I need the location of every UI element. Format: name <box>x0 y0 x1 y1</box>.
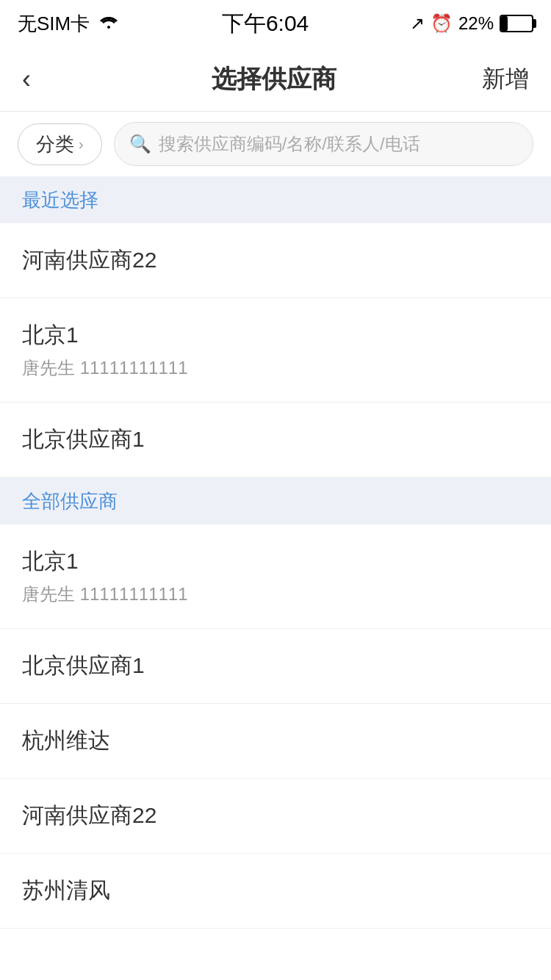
battery-percentage: 22% <box>458 13 494 34</box>
search-box[interactable]: 🔍 搜索供应商编码/名称/联系人/电话 <box>114 122 533 166</box>
wifi-icon <box>97 12 120 35</box>
item-name: 河南供应商22 <box>22 801 529 831</box>
page-title: 选择供应商 <box>212 62 336 96</box>
item-name: 北京供应商1 <box>22 651 529 681</box>
list-item[interactable]: 杭州维达 <box>0 704 551 779</box>
back-button[interactable]: ‹ <box>22 64 66 95</box>
sim-status: 无SIM卡 <box>18 11 90 37</box>
alarm-icon: ⏰ <box>431 13 453 34</box>
item-name: 杭州维达 <box>22 726 529 756</box>
item-name: 北京供应商1 <box>22 425 529 455</box>
category-label: 分类 <box>36 131 74 157</box>
list-item[interactable]: 河南供应商22 <box>0 779 551 854</box>
recent-section-label: 最近选择 <box>22 187 98 213</box>
all-list: 北京1唐先生 11111111111北京供应商1杭州维达河南供应商22苏州清风 <box>0 525 551 929</box>
search-placeholder: 搜索供应商编码/名称/联系人/电话 <box>159 132 420 156</box>
list-item[interactable]: 苏州清风 <box>0 854 551 929</box>
status-time: 下午6:04 <box>222 9 309 39</box>
location-icon: ↗ <box>410 13 425 34</box>
battery-icon <box>500 15 533 32</box>
list-item[interactable]: 北京1唐先生 11111111111 <box>0 298 551 403</box>
status-left: 无SIM卡 <box>18 11 120 37</box>
filter-bar: 分类 › 🔍 搜索供应商编码/名称/联系人/电话 <box>0 112 551 176</box>
item-name: 河南供应商22 <box>22 245 529 275</box>
all-section-label: 全部供应商 <box>22 489 118 514</box>
recent-list: 河南供应商22北京1唐先生 11111111111北京供应商1 <box>0 223 551 478</box>
all-section-header: 全部供应商 <box>0 478 551 525</box>
recent-section-header: 最近选择 <box>0 176 551 223</box>
status-bar: 无SIM卡 下午6:04 ↗ ⏰ 22% <box>0 0 551 47</box>
item-subtitle: 唐先生 11111111111 <box>22 356 529 380</box>
item-subtitle: 唐先生 11111111111 <box>22 583 529 606</box>
item-name: 苏州清风 <box>22 876 529 906</box>
list-item[interactable]: 河南供应商22 <box>0 223 551 298</box>
list-item[interactable]: 北京供应商1 <box>0 403 551 478</box>
list-item[interactable]: 北京1唐先生 11111111111 <box>0 525 551 629</box>
nav-bar: ‹ 选择供应商 新增 <box>0 47 551 112</box>
item-name: 北京1 <box>22 547 529 577</box>
chevron-right-icon: › <box>79 136 84 153</box>
add-button[interactable]: 新增 <box>482 63 529 96</box>
list-item[interactable]: 北京供应商1 <box>0 629 551 704</box>
status-right: ↗ ⏰ 22% <box>410 13 533 34</box>
search-icon: 🔍 <box>129 134 151 154</box>
item-name: 北京1 <box>22 320 529 350</box>
category-button[interactable]: 分类 › <box>18 123 102 165</box>
